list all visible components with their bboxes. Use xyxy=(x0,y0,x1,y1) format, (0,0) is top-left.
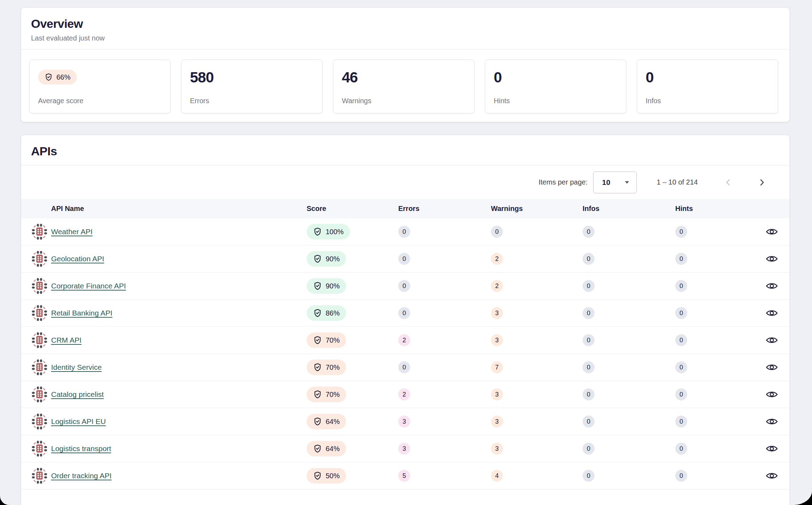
table-row: Logistics API EU 64% 3 3 0 0 xyxy=(21,408,789,435)
shield-check-icon xyxy=(313,254,322,263)
errors-badge: 0 xyxy=(398,226,410,238)
api-name-link[interactable]: Logistics transport xyxy=(51,444,111,453)
table-row: Logistics transport 64% 3 3 0 0 xyxy=(21,435,789,462)
stat-label: Hints xyxy=(494,97,617,105)
infos-badge: 0 xyxy=(583,361,595,373)
infos-badge: 0 xyxy=(583,388,595,400)
api-identicon xyxy=(31,223,48,240)
view-api-button[interactable] xyxy=(764,225,780,239)
infos-badge: 0 xyxy=(583,253,595,265)
previous-page-button[interactable] xyxy=(720,175,736,190)
view-api-button[interactable] xyxy=(764,252,780,266)
shield-check-icon xyxy=(313,308,322,318)
table-toolbar: Items per page: 10 1 – 10 of 214 xyxy=(21,166,789,199)
score-badge: 100% xyxy=(307,224,350,239)
view-api-button[interactable] xyxy=(764,279,780,293)
items-per-page-select[interactable]: 10 xyxy=(593,172,637,193)
shield-check-icon xyxy=(44,73,53,81)
warnings-badge: 3 xyxy=(491,416,503,428)
shield-check-icon xyxy=(313,417,322,426)
infos-badge: 0 xyxy=(583,334,595,346)
view-api-button[interactable] xyxy=(764,360,780,374)
overview-subtitle: Last evaluated just now xyxy=(31,34,780,42)
api-identicon xyxy=(31,386,48,403)
stat-value: 0 xyxy=(494,70,617,85)
stats-row: 66% Average score 580 Errors 46 Warnings… xyxy=(21,50,789,122)
warnings-badge: 2 xyxy=(491,280,503,292)
api-name-link[interactable]: Catalog pricelist xyxy=(51,390,104,399)
warnings-badge: 7 xyxy=(491,361,503,373)
hints-badge: 0 xyxy=(675,388,687,400)
stat-label: Errors xyxy=(190,97,314,105)
errors-badge: 5 xyxy=(398,470,410,482)
next-page-button[interactable] xyxy=(754,175,770,190)
api-name-link[interactable]: Identity Service xyxy=(51,363,102,372)
hints-badge: 0 xyxy=(675,253,687,265)
warnings-badge: 2 xyxy=(491,253,503,265)
view-api-button[interactable] xyxy=(764,442,780,456)
eye-icon xyxy=(765,363,778,372)
warnings-badge: 3 xyxy=(491,334,503,346)
api-identicon xyxy=(31,278,48,294)
api-name-link[interactable]: CRM API xyxy=(51,336,81,344)
items-per-page-value: 10 xyxy=(602,178,610,187)
pagination-range-label: 1 – 10 of 214 xyxy=(657,178,698,186)
shield-check-icon xyxy=(313,444,322,453)
score-value: 70% xyxy=(326,336,340,344)
eye-icon xyxy=(765,444,778,453)
api-name-link[interactable]: Logistics API EU xyxy=(51,417,106,426)
view-api-button[interactable] xyxy=(764,306,780,320)
table-row: Corporate Finance API 90% 0 2 0 0 xyxy=(21,273,789,300)
average-score-badge: 66% xyxy=(38,70,77,85)
api-name-link[interactable]: Weather API xyxy=(51,227,93,236)
score-value: 70% xyxy=(326,391,340,399)
api-name-link[interactable]: Order tracking API xyxy=(51,472,112,480)
infos-badge: 0 xyxy=(583,280,595,292)
errors-badge: 2 xyxy=(398,388,410,400)
eye-icon xyxy=(765,308,778,318)
stat-card-errors: 580 Errors xyxy=(181,60,322,113)
shield-check-icon xyxy=(313,363,322,372)
view-api-button[interactable] xyxy=(764,387,780,401)
errors-badge: 0 xyxy=(398,307,410,319)
infos-badge: 0 xyxy=(583,307,595,319)
errors-badge: 0 xyxy=(398,280,410,292)
stat-label: Infos xyxy=(646,97,769,105)
view-api-button[interactable] xyxy=(764,414,780,429)
shield-check-icon xyxy=(313,390,322,399)
score-badge: 70% xyxy=(307,387,346,402)
score-badge: 70% xyxy=(307,332,346,348)
apis-title: APIs xyxy=(31,144,780,158)
hints-badge: 0 xyxy=(675,307,687,319)
table-row: Geolocation API 90% 0 2 0 0 xyxy=(21,245,789,273)
eye-icon xyxy=(765,254,778,263)
warnings-badge: 3 xyxy=(491,443,503,455)
api-name-link[interactable]: Geolocation API xyxy=(51,255,104,263)
errors-badge: 0 xyxy=(398,361,410,373)
shield-check-icon xyxy=(313,227,322,236)
items-per-page-label: Items per page: xyxy=(539,178,588,186)
score-badge: 64% xyxy=(307,414,346,429)
score-value: 100% xyxy=(326,228,344,236)
overview-card: Overview Last evaluated just now 66% Ave… xyxy=(21,8,789,122)
chevron-left-icon xyxy=(724,178,733,187)
average-score-value: 66% xyxy=(56,73,70,81)
stat-label: Warnings xyxy=(342,97,466,105)
api-name-link[interactable]: Retail Banking API xyxy=(51,309,112,317)
eye-icon xyxy=(765,336,778,345)
shield-check-icon xyxy=(313,336,322,345)
apis-card: APIs Items per page: 10 1 – 10 of 214 xyxy=(21,135,789,505)
api-name-link[interactable]: Corporate Finance API xyxy=(51,282,126,290)
eye-icon xyxy=(765,417,778,426)
overview-title: Overview xyxy=(31,17,780,31)
view-api-button[interactable] xyxy=(764,469,780,483)
table-row: CRM API 70% 2 3 0 0 xyxy=(21,327,789,354)
eye-icon xyxy=(765,471,778,480)
view-api-button[interactable] xyxy=(764,333,780,347)
api-identicon xyxy=(31,332,48,349)
api-identicon xyxy=(31,359,48,376)
chevron-right-icon xyxy=(757,178,767,187)
errors-badge: 2 xyxy=(398,334,410,346)
api-identicon xyxy=(31,440,48,457)
stat-card-infos: 0 Infos xyxy=(637,60,778,113)
